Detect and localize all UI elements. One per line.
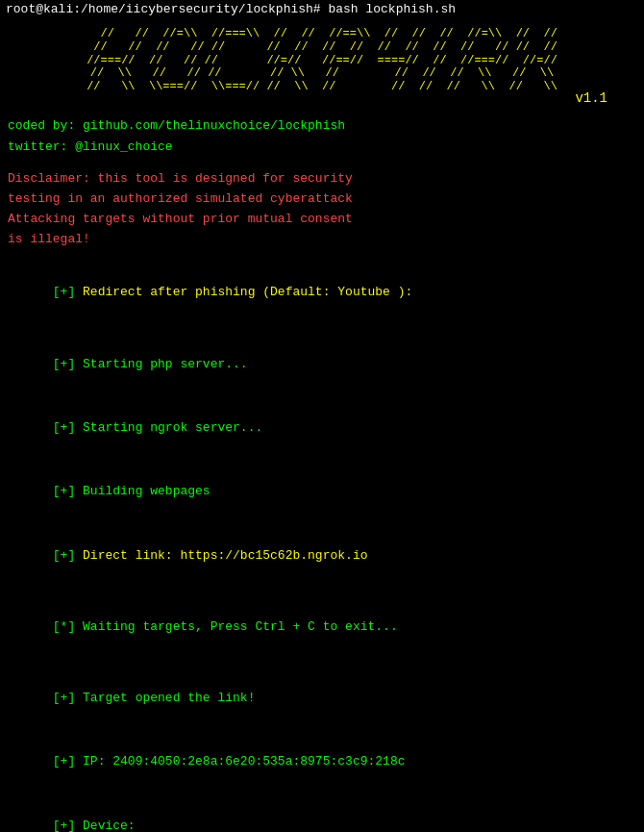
direct-link-line: [+] Direct link: https://bc15c62b.ngrok.…: [8, 523, 636, 587]
title-bar: root@kali:/home/iicybersecurity/lockphis…: [0, 0, 644, 18]
php-server-line: [+] Starting php server...: [8, 333, 636, 396]
redirect-prefix: [+]: [53, 285, 83, 299]
t1-ip-text: IP: 2409:4050:2e8a:6e20:535a:8975:c3c9:2…: [83, 754, 405, 769]
coded-by-section: coded by: github.com/thelinuxchoice/lock…: [8, 115, 636, 158]
terminal-window: root@kali:/home/iicybersecurity/lockphis…: [0, 0, 644, 832]
php-prefix: [+]: [53, 357, 83, 371]
ngrok-text: Starting ngrok server...: [83, 420, 262, 435]
building-prefix: [+]: [53, 484, 83, 498]
ngrok-server-line: [+] Starting ngrok server...: [8, 396, 636, 460]
php-text: Starting php server...: [83, 357, 248, 371]
disclaimer-section: Disclaimer: this tool is designed for se…: [8, 169, 636, 249]
t1-dev-text: Device:: [83, 819, 136, 832]
t1-open-prefix: [+]: [53, 691, 83, 705]
building-text: Building webpages: [83, 484, 211, 498]
waiting-text: Waiting targets, Press Ctrl + C to exit.…: [83, 619, 398, 634]
t1-ip-prefix: [+]: [53, 754, 83, 769]
terminal-content: // // //=\\ //===\\ // // //==\\ // // /…: [0, 18, 644, 832]
target1-open-line: [+] Target opened the link!: [8, 667, 636, 730]
target1-device-line: [+] Device:: [8, 794, 636, 832]
logo-container: // // //=\\ //===\\ // // //==\\ // // /…: [8, 22, 636, 110]
ngrok-prefix: [+]: [53, 420, 83, 435]
redirect-line: [+] Redirect after phishing (Default: Yo…: [8, 261, 636, 324]
redirect-text: Redirect after phishing (Default: Youtub…: [83, 285, 412, 299]
disclaimer-text: Disclaimer: this tool is designed for se…: [8, 169, 636, 249]
title-text: root@kali:/home/iicybersecurity/lockphis…: [6, 2, 456, 16]
coded-by-line2: twitter: @linux_choice: [8, 137, 636, 158]
logo-ascii: // // //=\\ //===\\ // // //==\\ // // /…: [8, 28, 636, 94]
t1-open-text: Target opened the link!: [83, 691, 255, 705]
building-line: [+] Building webpages: [8, 460, 636, 523]
waiting-line: [*] Waiting targets, Press Ctrl + C to e…: [8, 595, 636, 659]
coded-by-line1: coded by: github.com/thelinuxchoice/lock…: [8, 115, 636, 137]
direct-text: Direct link: https://bc15c62b.ngrok.io: [83, 548, 367, 563]
direct-prefix: [+]: [53, 548, 83, 563]
target1-ip-line: [+] IP: 2409:4050:2e8a:6e20:535a:8975:c3…: [8, 730, 636, 794]
t1-dev-prefix: [+]: [53, 819, 83, 832]
waiting-prefix: [*]: [53, 619, 83, 634]
